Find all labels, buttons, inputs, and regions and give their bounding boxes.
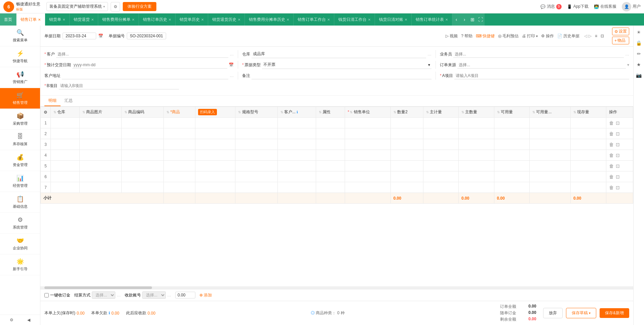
copy-icon[interactable]: ⊡ — [616, 185, 620, 190]
system-selector[interactable]: 装备及固定资产辅助管理系统 ▾ — [46, 2, 108, 11]
tab-close-icon[interactable]: ✕ — [287, 18, 289, 22]
sidebar-item-purchase[interactable]: 📦 采购管理 — [0, 109, 40, 130]
settle-dots[interactable]: … — [117, 293, 121, 297]
tab-sales-refund[interactable]: 销货退货 ✕ — [70, 13, 98, 26]
copy-icon[interactable]: ⊡ — [616, 131, 620, 136]
tab-more-button[interactable]: ⊞ — [468, 13, 477, 26]
app-download-button[interactable]: 📱 App下载 — [567, 4, 589, 9]
scan-button[interactable]: 扫码录入 — [198, 109, 217, 115]
sidebar-item-quick-nav[interactable]: ⚡ 快捷导航 — [0, 46, 40, 67]
online-service-button[interactable]: 👨‍💻 在线客服 — [594, 4, 616, 9]
layout-prev-button[interactable]: ◁ — [584, 34, 587, 38]
table-scrollbar[interactable] — [40, 286, 633, 289]
delivery-date-input[interactable] — [72, 62, 227, 69]
sidebar-item-guide[interactable]: 🌟 新手引导 — [0, 254, 40, 275]
delivery-calendar-icon[interactable]: 📅 — [229, 63, 234, 67]
tab-sales-fee-split[interactable]: 销售费用分摊单 ✕ — [98, 13, 139, 26]
row-qty2[interactable] — [390, 118, 423, 128]
layout-icon[interactable]: ≡ — [595, 34, 597, 38]
row-available2[interactable] — [530, 118, 571, 128]
remarks-input[interactable] — [252, 72, 431, 79]
address-dots[interactable]: … — [230, 73, 234, 78]
history-button[interactable]: 📄 历史单据 — [557, 33, 579, 39]
copy-icon[interactable]: ⊡ — [616, 174, 620, 179]
row-stock[interactable] — [571, 118, 606, 128]
right-panel-btn-4[interactable]: ★ — [635, 60, 643, 69]
tab-cash-reconcile[interactable]: 钱货日清对账 ✕ — [375, 13, 412, 26]
warehouse-value[interactable]: 成品库 — [252, 50, 426, 58]
tab-close-icon[interactable]: ✕ — [238, 18, 240, 22]
sidebar-item-basic-info[interactable]: 📋 基础信息 — [0, 192, 40, 213]
tab-sales-fee-history[interactable]: 销售费用分摊单历史 ✕ — [245, 13, 294, 26]
tab-sales-order-history[interactable]: 销售订单历史 ✕ — [139, 13, 176, 26]
row-customer-code[interactable] — [277, 118, 316, 128]
save-draft-button[interactable]: 保存草稿 ▾ — [566, 308, 596, 318]
delete-icon[interactable]: 🗑 — [609, 120, 614, 126]
message-button[interactable]: 💬 消息 9 — [540, 4, 562, 9]
tab-sales-refund-history[interactable]: 销货退货历史 ✕ — [208, 13, 245, 26]
tab-detail[interactable]: 明细 — [44, 96, 61, 106]
right-panel-btn-3[interactable]: ✏ — [635, 50, 643, 58]
profit-button[interactable]: ◎ 毛利预估 — [498, 33, 519, 39]
layout-next-button[interactable]: ▷ — [589, 34, 592, 38]
bill-date-value[interactable]: 2023-03-24 — [63, 33, 96, 39]
tab-home[interactable]: 首页 — [0, 13, 16, 26]
account-select[interactable]: 选择... — [142, 291, 166, 299]
amount-input[interactable] — [175, 292, 195, 298]
tab-next-button[interactable]: › — [460, 13, 468, 26]
customer-input[interactable] — [56, 51, 228, 58]
sidebar-item-marketing[interactable]: 📢 营销推广 — [0, 67, 40, 88]
auto-settle-checkbox[interactable]: 一键收订金 — [44, 292, 70, 298]
tab-close-icon[interactable]: ✕ — [405, 18, 407, 22]
copy-icon[interactable]: ⊡ — [616, 153, 620, 158]
sidebar-item-finance[interactable]: 💰 资金管理 — [0, 150, 40, 171]
discard-button[interactable]: 放弃 — [543, 308, 563, 318]
salesperson-dots[interactable]: … — [625, 52, 629, 56]
customer-dots[interactable]: … — [230, 52, 234, 56]
tab-prev-button[interactable]: ‹ — [452, 13, 460, 26]
a-project-input[interactable] — [454, 72, 629, 79]
tab-close-icon[interactable]: ✕ — [327, 18, 330, 22]
invoice-type-select[interactable]: 不开票 ▾ — [262, 61, 431, 69]
tab-close-icon[interactable]: ✕ — [368, 18, 371, 22]
tab-close-icon[interactable]: ✕ — [91, 18, 94, 22]
sidebar-item-system[interactable]: ⚙ 系统管理 — [0, 213, 40, 234]
row-spec[interactable] — [235, 118, 277, 128]
bill-no-value[interactable]: SO-20230324-001 — [127, 33, 166, 39]
operation-button[interactable]: ⚙ 操作 — [541, 33, 554, 39]
calendar-icon[interactable]: 📅 — [98, 34, 103, 38]
tab-close-icon[interactable]: ✕ — [132, 18, 135, 22]
tab-sales-return-history[interactable]: 销货单历史 ✕ — [176, 13, 208, 26]
sidebar-collapse-icon[interactable]: ◀ — [27, 318, 30, 322]
row-product-name[interactable] — [164, 118, 195, 128]
copy-icon[interactable]: ⊡ — [616, 163, 620, 169]
user-button[interactable]: 👤 用户 — [622, 2, 641, 11]
sidebar-item-inventory[interactable]: 🗄 库存核算 — [0, 130, 40, 150]
industry-button[interactable]: 体验行业方案 — [123, 2, 156, 11]
save-new-button[interactable]: 保存&新增 — [600, 308, 629, 318]
copy-icon[interactable]: ⊡ — [616, 142, 620, 147]
tab-cash-daily[interactable]: 钱货日清工作台 ✕ — [334, 13, 375, 26]
col-settings[interactable]: ⚙ — [41, 107, 51, 118]
sidebar-settings-icon[interactable]: ⚙ — [10, 318, 13, 322]
row-warehouse[interactable] — [51, 118, 80, 128]
tab-summary[interactable]: 汇总 — [61, 96, 77, 106]
row-available[interactable] — [494, 118, 530, 128]
row-sales-unit[interactable] — [345, 118, 390, 128]
customer-address-input[interactable] — [62, 72, 228, 79]
shortcut-button[interactable]: ⌨ 快捷键 — [476, 33, 495, 39]
settings-form-button[interactable]: ⚙ 设置 — [612, 28, 629, 35]
sidebar-item-search[interactable]: 🔍 搜索菜单 — [0, 26, 40, 46]
tab-sales-order[interactable]: 销售订单 ✕ — [16, 13, 45, 26]
row-product-code[interactable] — [122, 118, 164, 128]
tab-close-icon[interactable]: ✕ — [201, 18, 204, 22]
expand-icon[interactable]: ⊡ — [601, 34, 604, 38]
scrollbar-thumb[interactable] — [44, 286, 152, 289]
tab-close-icon[interactable]: ✕ — [38, 18, 41, 22]
product-count-icon[interactable]: ◎ — [311, 311, 315, 315]
add-goods-button[interactable]: + 物品 — [612, 37, 629, 44]
delete-icon[interactable]: 🗑 — [609, 153, 614, 158]
tab-sales-summary[interactable]: 销售订单统计表 ✕ — [412, 13, 452, 26]
help-debt-icon[interactable]: ℹ — [109, 311, 110, 315]
tab-close-icon[interactable]: ✕ — [445, 18, 448, 22]
